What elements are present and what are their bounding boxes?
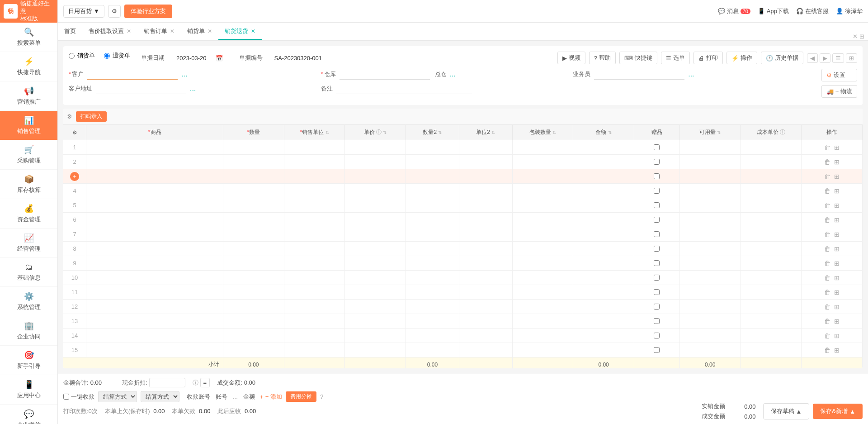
cell-unit2-4[interactable] (459, 184, 512, 198)
quantity-input-9[interactable] (225, 260, 282, 267)
sidebar-item-enterprise[interactable]: 🏢企业协同 (0, 316, 57, 346)
cell-available-13[interactable] (679, 314, 741, 329)
cell-cost-price-11[interactable] (741, 285, 802, 300)
logistics-btn[interactable]: 🚚 + 物流 (821, 85, 857, 98)
cell-package-qty-14[interactable] (512, 329, 573, 343)
cell-unit2-15[interactable] (459, 343, 512, 357)
tab-sales_return[interactable]: 销货退货✕ (218, 24, 262, 40)
cell-package-qty-5[interactable] (512, 198, 573, 213)
copy-btn-10[interactable]: ⊞ (834, 274, 840, 281)
quantity-input-6[interactable] (225, 216, 282, 223)
cell-product-10[interactable] (86, 271, 223, 285)
delete-btn-5[interactable]: 🗑 (824, 202, 830, 209)
quantity-input-13[interactable] (225, 318, 282, 324)
cell-quantity-7[interactable] (223, 227, 284, 242)
cell-sales-unit-1[interactable] (284, 140, 345, 155)
quantity-input-8[interactable] (225, 245, 282, 252)
product-input-7[interactable] (88, 231, 221, 238)
cell-unit-price-1[interactable] (345, 140, 406, 155)
calc-method-select[interactable]: 结算方式 (141, 391, 179, 402)
cell-gift-12[interactable] (634, 300, 679, 314)
save-draft-btn[interactable]: 保存草稿 ▲ (763, 403, 810, 419)
sidebar-item-basic[interactable]: 🗂基础信息 (0, 258, 57, 287)
cell-quantity2-1[interactable] (406, 140, 459, 155)
history-btn[interactable]: 🕐 历史单据 (761, 52, 803, 64)
cell-amount-9[interactable] (573, 256, 634, 271)
cell-package-qty-4[interactable] (512, 184, 573, 198)
cell-package-qty-15[interactable] (512, 343, 573, 357)
cell-cost-price-8[interactable] (741, 242, 802, 256)
cell-package-qty-2[interactable] (512, 155, 573, 169)
cell-amount-10[interactable] (573, 271, 634, 285)
cell-product-4[interactable] (86, 184, 223, 198)
gift-checkbox-2[interactable] (654, 159, 660, 165)
gift-checkbox-13[interactable] (654, 318, 660, 324)
sidebar-item-inventory[interactable]: 📦库存核算 (0, 170, 57, 199)
product-input-2[interactable] (88, 158, 221, 165)
cell-unit-price-13[interactable] (345, 314, 406, 329)
sidebar-item-shortcut[interactable]: ⚡快捷导航 (0, 52, 57, 81)
calendar-icon[interactable]: 📅 (216, 55, 223, 62)
delete-btn-13[interactable]: 🗑 (824, 318, 830, 325)
cell-quantity-4[interactable] (223, 184, 284, 198)
delete-btn-9[interactable]: 🗑 (824, 260, 830, 267)
cell-gift-14[interactable] (634, 329, 679, 343)
cell-unit-price-4[interactable] (345, 184, 406, 198)
cell-sales-unit-4[interactable] (284, 184, 345, 198)
cell-product-12[interactable] (86, 300, 223, 314)
delete-btn-6[interactable]: 🗑 (824, 216, 830, 224)
operate-btn[interactable]: ⚡ 操作 (726, 52, 757, 64)
cell-sales-unit-2[interactable] (284, 155, 345, 169)
quantity-input-12[interactable] (225, 303, 282, 310)
cell-quantity2-10[interactable] (406, 271, 459, 285)
cell-unit-price-9[interactable] (345, 256, 406, 271)
video-btn[interactable]: ▶ 视频 (557, 52, 585, 64)
cell-unit-price-2[interactable] (345, 155, 406, 169)
quantity-input-15[interactable] (225, 347, 282, 353)
gift-checkbox-14[interactable] (654, 333, 660, 338)
cell-package-qty-3[interactable] (512, 169, 573, 184)
one-click-payment[interactable]: 一键收款 (63, 393, 94, 401)
copy-btn-4[interactable]: ⊞ (834, 187, 840, 195)
quantity-input-14[interactable] (225, 332, 282, 339)
cell-quantity2-11[interactable] (406, 285, 459, 300)
cell-cost-price-5[interactable] (741, 198, 802, 213)
cell-amount-6[interactable] (573, 213, 634, 227)
cell-package-qty-11[interactable] (512, 285, 573, 300)
cell-amount-4[interactable] (573, 184, 634, 198)
cell-cost-price-9[interactable] (741, 256, 802, 271)
close-tab-sales_delivery[interactable]: ✕ (208, 28, 212, 34)
cell-gift-9[interactable] (634, 256, 679, 271)
cell-sales-unit-10[interactable] (284, 271, 345, 285)
cell-quantity-15[interactable] (223, 343, 284, 357)
copy-btn-1[interactable]: ⊞ (834, 144, 840, 151)
cell-unit2-3[interactable] (459, 169, 512, 184)
product-input-8[interactable] (88, 245, 221, 252)
gift-checkbox-6[interactable] (654, 217, 660, 223)
cell-product-7[interactable] (86, 227, 223, 242)
help-circle-icon[interactable]: ⓘ (193, 379, 198, 387)
cell-amount-8[interactable] (573, 242, 634, 256)
remarks-input[interactable] (336, 83, 472, 94)
customer-ellipsis[interactable]: ... (181, 70, 187, 78)
cell-unit-price-5[interactable] (345, 198, 406, 213)
cell-product-15[interactable] (86, 343, 223, 357)
cell-quantity-10[interactable] (223, 271, 284, 285)
radio-sales-bill[interactable]: 销货单 (69, 52, 95, 60)
cell-gift-3[interactable] (634, 169, 679, 184)
sidebar-item-operations[interactable]: 📈经营管理 (0, 229, 57, 258)
radio-return-bill-input[interactable] (104, 53, 110, 59)
tab-price_settings[interactable]: 售价提取设置✕ (82, 24, 137, 40)
cell-gift-15[interactable] (634, 343, 679, 357)
cell-amount-2[interactable] (573, 155, 634, 169)
add-fee-btn[interactable]: ＋ + 添加 (259, 393, 282, 401)
cell-amount-3[interactable] (573, 169, 634, 184)
payment-method-select[interactable]: 结算方式 (98, 391, 137, 402)
cell-available-6[interactable] (679, 213, 741, 227)
cell-available-5[interactable] (679, 198, 741, 213)
customer-input[interactable] (87, 69, 178, 80)
delete-btn-4[interactable]: 🗑 (824, 187, 830, 195)
cell-quantity2-15[interactable] (406, 343, 459, 357)
warehouse-ellipsis[interactable]: ... (450, 70, 456, 78)
equals-btn[interactable]: = (200, 378, 210, 387)
